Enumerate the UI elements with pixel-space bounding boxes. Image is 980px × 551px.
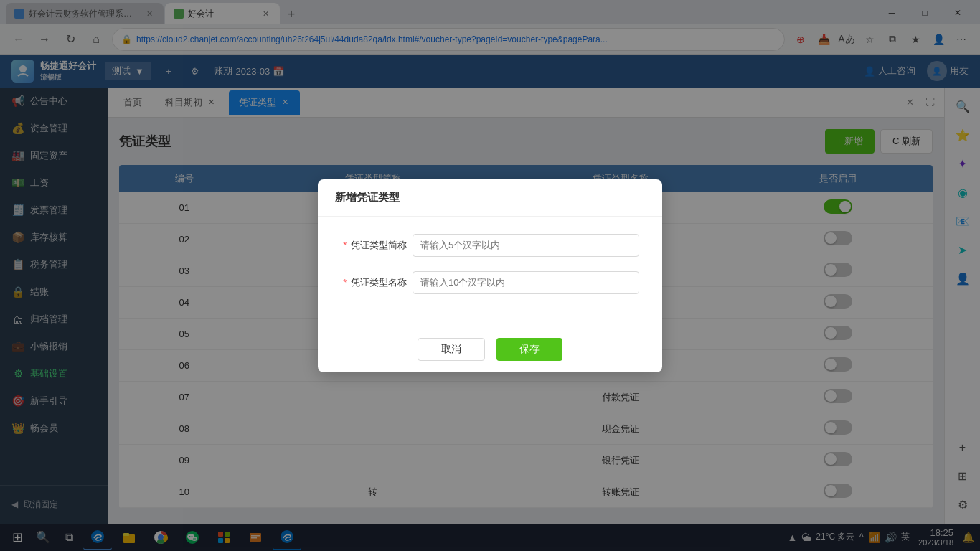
dialog-header: 新增凭证类型: [318, 179, 662, 217]
cancel-button[interactable]: 取消: [418, 338, 485, 361]
dialog-body: * 凭证类型简称 * 凭证类型名称: [318, 217, 662, 326]
name-label: * 凭证类型名称: [341, 276, 413, 289]
name-input[interactable]: [413, 271, 639, 294]
dialog-title: 新增凭证类型: [335, 191, 400, 203]
form-row-abbr: * 凭证类型简称: [341, 234, 639, 257]
form-row-name: * 凭证类型名称: [341, 271, 639, 294]
abbr-input[interactable]: [413, 234, 639, 257]
dialog-overlay: 新增凭证类型 * 凭证类型简称 * 凭证类型名称 取消 保存: [0, 0, 980, 551]
dialog-footer: 取消 保存: [318, 326, 662, 372]
abbr-label: * 凭证类型简称: [341, 239, 413, 252]
add-voucher-type-dialog: 新增凭证类型 * 凭证类型简称 * 凭证类型名称 取消 保存: [318, 179, 662, 372]
save-button[interactable]: 保存: [496, 338, 562, 361]
